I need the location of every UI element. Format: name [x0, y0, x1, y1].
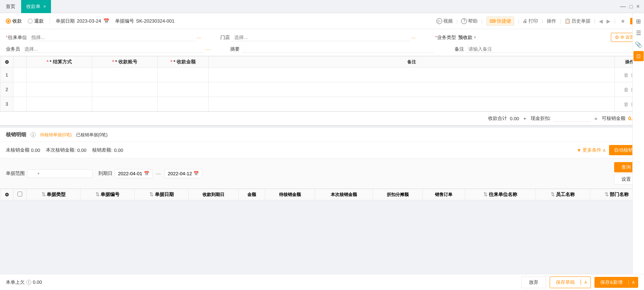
row-1-delete-icon[interactable]: 🗑 — [624, 72, 629, 78]
search-row: 单据范围 ▾ 到期日 2022-04-01 📅 — 2022-04-12 📅 查… — [0, 158, 644, 189]
row-2-delete-icon[interactable]: 🗑 — [624, 87, 629, 93]
radio-refund[interactable]: 退款 — [28, 18, 44, 24]
col-gear[interactable]: ⚙ — [0, 56, 13, 68]
more-conditions-btn[interactable]: ▼ 更多条件 ∧ — [577, 147, 606, 153]
unchecked-amount: 未核销金额 0.00 — [6, 147, 40, 153]
row-3-pay-method[interactable] — [27, 97, 92, 111]
date-field: 单据日期 2023-03-24 📅 — [56, 18, 109, 24]
row-2-amount[interactable] — [158, 82, 209, 97]
table-row: 3 🗑 ⊞ — [0, 97, 644, 111]
row-1-pay-method[interactable] — [27, 68, 92, 82]
maximize-btn[interactable]: □ — [629, 4, 632, 9]
tab-close-icon[interactable]: × — [43, 4, 46, 9]
rp-icon-4[interactable]: ⊡ — [633, 51, 644, 61]
nav-right[interactable]: ▶ — [606, 18, 610, 24]
biz-type-field: * 业务类型 预收款 ▾ — [435, 34, 592, 41]
row-1-remark[interactable] — [209, 68, 615, 82]
rp-icon-2[interactable]: ☰ — [633, 28, 644, 38]
plus-sign: + — [523, 116, 526, 121]
date-value[interactable]: 2023-03-24 — [77, 18, 101, 24]
tab-active[interactable]: 收款单 × — [21, 0, 51, 13]
save-draft-btn[interactable]: 保存草稿 ∧ — [550, 277, 591, 288]
date-from-picker[interactable]: 2022-04-01 📅 — [115, 169, 153, 178]
range-label: 单据范围 — [6, 170, 25, 177]
store-more-icon[interactable]: ··· — [411, 35, 416, 40]
row-1-amount[interactable] — [158, 68, 209, 82]
staff-label: 业务员 — [6, 46, 20, 52]
ops-btn[interactable]: 操作 — [547, 18, 556, 24]
partner-more-icon[interactable]: ··· — [197, 35, 201, 40]
tab-home[interactable]: 首页 — [0, 0, 21, 13]
abandon-btn[interactable]: 放弃 — [521, 277, 546, 288]
remark-input[interactable] — [466, 46, 638, 53]
staff-more-icon[interactable]: ··· — [205, 46, 210, 52]
footer-info-icon[interactable]: ℹ — [26, 280, 31, 285]
date-to-picker[interactable]: 2022-04-12 📅 — [165, 169, 203, 178]
view-list-btn[interactable]: ≡ — [619, 17, 627, 25]
bt-col-num: ⇅ 单据编号 — [80, 189, 134, 200]
col-pay-method: * * 结算方式 — [27, 56, 92, 68]
row-3-amount[interactable] — [158, 97, 209, 111]
table-row: 1 🗑 ⊞ — [0, 68, 644, 82]
date-from-value: 2022-04-01 — [118, 171, 142, 176]
staff-input[interactable] — [22, 46, 204, 53]
verification-header: 核销明细 ℹ 待核销单据(0笔) 已核销单据(0笔) — [0, 128, 644, 142]
remark-label: 备注 — [455, 46, 464, 52]
row-1-account[interactable] — [92, 68, 158, 82]
doc-num-label: 单据编号 — [115, 18, 134, 24]
partner-input[interactable] — [29, 34, 195, 41]
video-btn[interactable]: ▷ 视频 — [436, 18, 453, 24]
close-btn[interactable]: × — [636, 3, 640, 10]
nav-left[interactable]: ◀ — [599, 18, 603, 24]
row-2-pay-method[interactable] — [27, 82, 92, 97]
radio-receipt[interactable]: 收款 — [6, 18, 22, 24]
bt-col-amount: 金额 — [239, 189, 265, 200]
subtotal-label: 收款合计 — [488, 115, 507, 122]
shortcut-btn[interactable]: ⌨ 快捷键 — [486, 16, 514, 26]
due-label: 到期日 — [98, 170, 113, 177]
discount-input[interactable] — [554, 115, 590, 122]
partner-field: * 往来单位 ··· — [6, 34, 201, 41]
row-3-delete-icon[interactable]: 🗑 — [624, 101, 629, 107]
row-2-account[interactable] — [92, 82, 158, 97]
window-controls: — □ × — [620, 3, 644, 10]
biz-type-select[interactable]: 预收款 ▾ — [458, 34, 591, 41]
col-row-num — [13, 56, 27, 68]
date-to-icon: 📅 — [193, 171, 199, 176]
footer-info: 本单上欠 ℹ 0.00 — [6, 279, 42, 286]
calendar-icon[interactable]: 📅 — [103, 18, 109, 24]
current-amount: 本次核销金额: 0.00 — [46, 147, 86, 153]
row-3-account[interactable] — [92, 97, 158, 111]
done-tab[interactable]: 已核销单据(0笔) — [76, 132, 108, 138]
minimize-btn[interactable]: — — [620, 3, 626, 10]
range-select[interactable]: ▾ — [27, 169, 93, 178]
biz-type-value: 预收款 — [458, 34, 472, 41]
filter-right: ▼ 更多条件 ∧ 自动核销 — [577, 145, 638, 155]
info-icon[interactable]: ℹ — [31, 132, 36, 137]
rp-icon-1[interactable]: ⊞ — [633, 16, 644, 26]
pending-tab-label: 待核销单据(0笔) — [40, 132, 72, 138]
row-1-empty — [13, 68, 27, 82]
store-input[interactable] — [232, 34, 410, 41]
bt-col-gear[interactable]: ⚙ — [0, 189, 13, 200]
bt-col-pending: 待核销金额 — [265, 189, 315, 200]
save-new-btn[interactable]: 保存&新增 ∧ — [594, 277, 638, 288]
table-row: 2 🗑 ⊞ — [0, 82, 644, 97]
receipt-table: ⚙ * * 结算方式 * * 收款账号 * * 收款金额 备注 操作 1 🗑 — [0, 56, 644, 111]
row-num-1: 1 — [0, 68, 13, 82]
subtotal-value: 0.00 — [510, 116, 519, 121]
bt-col-current: 本次核销金额 — [315, 189, 373, 200]
net-label: 可核销金额 — [602, 115, 625, 122]
staff-field: 业务员 ··· — [6, 46, 210, 53]
row-2-remark[interactable] — [209, 82, 615, 97]
biz-type-label: 业务类型 — [437, 34, 456, 41]
summary-input[interactable] — [242, 46, 434, 53]
bt-col-checkbox[interactable] — [13, 189, 27, 200]
summary-label: 摘要 — [230, 46, 240, 52]
help-btn[interactable]: ? 帮助 — [461, 18, 478, 24]
rp-icon-3[interactable]: 📎 — [633, 39, 644, 50]
print-btn[interactable]: 🖨 打印 — [523, 18, 538, 24]
pending-tab[interactable]: 待核销单据(0笔) — [40, 132, 72, 138]
row-3-remark[interactable] — [209, 97, 615, 111]
history-btn[interactable]: 📋 历史单据 — [565, 18, 590, 24]
